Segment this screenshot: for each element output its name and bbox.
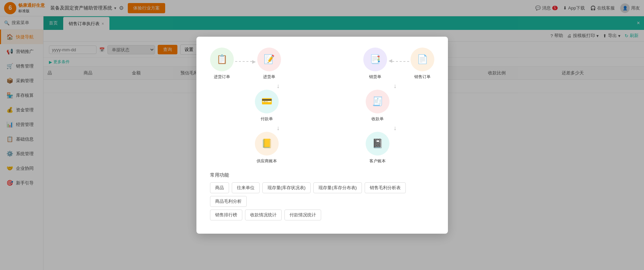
sales-order-icon: 📄 — [411, 48, 434, 71]
flow-sales-order[interactable]: 📄 销售订单 — [411, 48, 434, 80]
sales-bill-icon: 📑 — [363, 48, 387, 71]
func-btn-sales-rank[interactable]: 销售排行榜 — [210, 210, 242, 220]
func-btn-stock-status[interactable]: 现存量(库存状况表) — [262, 182, 311, 193]
flow-supplier-ledger[interactable]: 📒 供应商账本 — [255, 132, 279, 164]
func-btn-sales-margin[interactable]: 销售毛利分析表 — [365, 182, 406, 193]
flow-payment-order[interactable]: 💳 付款单 — [255, 90, 279, 122]
supplier-ledger-icon: 📒 — [255, 132, 279, 156]
func-btn-payment-stat[interactable]: 付款情况统计 — [284, 210, 321, 220]
purchase-order-icon: 📋 — [210, 48, 234, 71]
sales-order-label: 销售订单 — [414, 74, 431, 80]
customer-ledger-icon: 📓 — [366, 132, 389, 156]
func-btn-partner[interactable]: 往来单位 — [232, 182, 260, 193]
flow-sales-bill[interactable]: 📑 销货单 — [363, 48, 387, 80]
purchase-bill-label: 进货单 — [263, 74, 275, 80]
receipt-order-label: 收款单 — [371, 116, 384, 122]
function-buttons-row2: 销售排行榜 收款情况统计 付款情况统计 — [210, 210, 434, 220]
purchase-order-label: 进货订单 — [214, 74, 230, 80]
func-btn-product-margin[interactable]: 商品毛利分析 — [210, 196, 247, 207]
payment-order-icon: 💳 — [255, 90, 279, 113]
payment-order-label: 付款单 — [261, 116, 273, 122]
modal-overlay[interactable]: 📋 进货订单 ▶ 📝 — [0, 0, 644, 270]
func-btn-product[interactable]: 商品 — [210, 182, 229, 193]
customer-ledger-label: 客户账本 — [369, 158, 386, 164]
flow-purchase-bill[interactable]: 📝 进货单 — [257, 48, 281, 80]
flow-receipt-order[interactable]: 🧾 收款单 — [366, 90, 389, 122]
flow-purchase-order[interactable]: 📋 进货订单 — [210, 48, 234, 80]
function-buttons-row1: 商品 往来单位 现存量(库存状况表) 现存量(库存分布表) 销售毛利分析表 商品… — [210, 182, 434, 207]
func-btn-stock-dist[interactable]: 现存量(库存分布表) — [313, 182, 362, 193]
purchase-bill-icon: 📝 — [257, 48, 281, 71]
receipt-order-icon: 🧾 — [366, 90, 389, 113]
flow-customer-ledger[interactable]: 📓 客户账本 — [366, 132, 389, 164]
common-functions-section: 常用功能 商品 往来单位 现存量(库存状况表) 现存量(库存分布表) 销售毛利分… — [210, 167, 434, 226]
supplier-ledger-label: 供应商账本 — [257, 158, 277, 164]
quick-nav-modal: 📋 进货订单 ▶ 📝 — [196, 37, 448, 234]
sales-bill-label: 销货单 — [369, 74, 381, 80]
common-functions-title: 常用功能 — [210, 172, 434, 178]
func-btn-receipt-stat[interactable]: 收款情况统计 — [245, 210, 282, 220]
